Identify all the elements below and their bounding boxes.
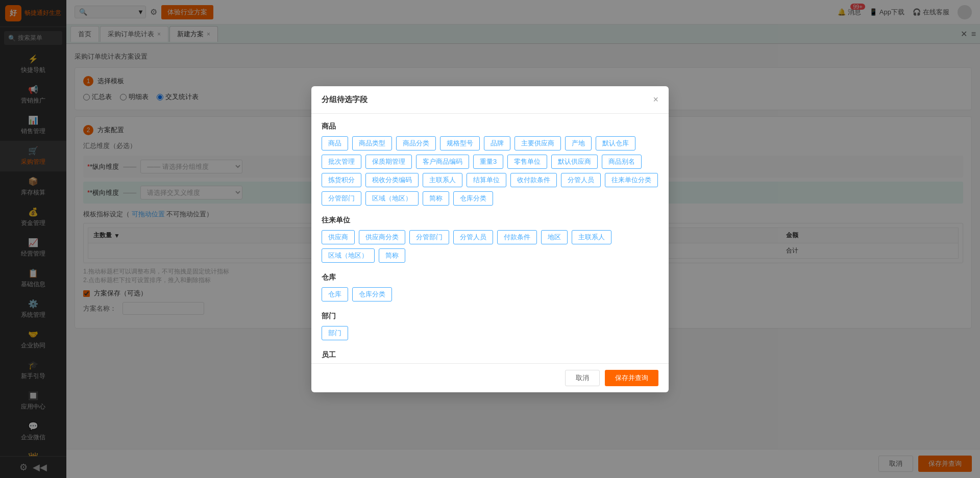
field-tag-partner-4[interactable]: 付款条件 — [497, 230, 537, 244]
field-tag-product-12[interactable]: 零售单位 — [507, 155, 547, 169]
field-tag-product-24[interactable]: 简称 — [423, 191, 449, 206]
field-tags-department: 部门 — [322, 326, 658, 340]
field-tag-product-23[interactable]: 区域（地区） — [365, 191, 419, 206]
dialog-overlay: 分组待选字段 × 商品 商品 商品类型 商品分类 规格型号 品牌 主要供应商 产… — [0, 0, 980, 478]
field-group-employee: 员工 业务员 — [322, 350, 658, 363]
field-tag-partner-7[interactable]: 区域（地区） — [322, 248, 375, 263]
field-tag-product-6[interactable]: 产地 — [565, 136, 592, 150]
field-group-department: 部门 部门 — [322, 312, 658, 340]
field-group-warehouse: 仓库 仓库 仓库分类 — [322, 273, 658, 301]
field-tag-product-22[interactable]: 分管部门 — [322, 191, 361, 206]
field-tag-partner-0[interactable]: 供应商 — [322, 230, 355, 244]
field-tag-product-9[interactable]: 保质期管理 — [365, 155, 412, 169]
field-tag-product-25[interactable]: 仓库分类 — [453, 191, 493, 206]
field-group-partner-title: 往来单位 — [322, 216, 658, 225]
field-select-dialog: 分组待选字段 × 商品 商品 商品类型 商品分类 规格型号 品牌 主要供应商 产… — [311, 86, 669, 392]
field-tag-product-13[interactable]: 默认供应商 — [551, 155, 598, 169]
field-tag-product-15[interactable]: 拣货积分 — [322, 173, 361, 187]
field-tag-warehouse-1[interactable]: 仓库分类 — [352, 287, 392, 301]
dialog-confirm-button[interactable]: 保存并查询 — [605, 370, 658, 386]
field-tags-partner: 供应商 供应商分类 分管部门 分管人员 付款条件 地区 主联系人 区域（地区） … — [322, 230, 658, 263]
dialog-close-button[interactable]: × — [653, 94, 658, 105]
dialog-header: 分组待选字段 × — [311, 86, 669, 114]
field-tag-product-11[interactable]: 重量3 — [473, 155, 503, 169]
field-tag-partner-3[interactable]: 分管人员 — [453, 230, 493, 244]
dialog-footer: 取消 保存并查询 — [311, 363, 669, 392]
field-tag-product-3[interactable]: 规格型号 — [440, 136, 480, 150]
field-tag-product-14[interactable]: 商品别名 — [602, 155, 642, 169]
field-group-warehouse-title: 仓库 — [322, 273, 658, 282]
field-tag-product-10[interactable]: 客户商品编码 — [416, 155, 469, 169]
field-tag-product-2[interactable]: 商品分类 — [396, 136, 436, 150]
field-tag-product-4[interactable]: 品牌 — [484, 136, 510, 150]
field-group-product-title: 商品 — [322, 122, 658, 131]
field-tag-product-7[interactable]: 默认仓库 — [596, 136, 635, 150]
field-tags-product: 商品 商品类型 商品分类 规格型号 品牌 主要供应商 产地 默认仓库 批次管理 … — [322, 136, 658, 206]
field-group-partner: 往来单位 供应商 供应商分类 分管部门 分管人员 付款条件 地区 主联系人 区域… — [322, 216, 658, 263]
field-tag-partner-6[interactable]: 主联系人 — [572, 230, 611, 244]
field-tag-product-20[interactable]: 分管人员 — [561, 173, 601, 187]
field-tag-warehouse-0[interactable]: 仓库 — [322, 287, 348, 301]
field-tag-partner-8[interactable]: 简称 — [379, 248, 405, 263]
field-tag-department-0[interactable]: 部门 — [322, 326, 348, 340]
field-tags-warehouse: 仓库 仓库分类 — [322, 287, 658, 301]
field-tag-product-1[interactable]: 商品类型 — [352, 136, 392, 150]
field-tag-product-21[interactable]: 往来单位分类 — [605, 173, 658, 187]
field-group-product: 商品 商品 商品类型 商品分类 规格型号 品牌 主要供应商 产地 默认仓库 批次… — [322, 122, 658, 206]
field-tag-product-16[interactable]: 税收分类编码 — [365, 173, 419, 187]
field-tag-product-19[interactable]: 收付款条件 — [510, 173, 557, 187]
field-tag-product-0[interactable]: 商品 — [322, 136, 348, 150]
field-tag-partner-5[interactable]: 地区 — [541, 230, 568, 244]
field-tag-product-17[interactable]: 主联系人 — [423, 173, 462, 187]
field-group-department-title: 部门 — [322, 312, 658, 321]
dialog-title: 分组待选字段 — [322, 95, 368, 105]
field-tag-product-8[interactable]: 批次管理 — [322, 155, 361, 169]
field-tag-product-18[interactable]: 结算单位 — [467, 173, 506, 187]
field-tag-product-5[interactable]: 主要供应商 — [514, 136, 561, 150]
field-tag-partner-1[interactable]: 供应商分类 — [359, 230, 405, 244]
field-tag-partner-2[interactable]: 分管部门 — [409, 230, 449, 244]
field-group-employee-title: 员工 — [322, 350, 658, 360]
dialog-body: 商品 商品 商品类型 商品分类 规格型号 品牌 主要供应商 产地 默认仓库 批次… — [311, 114, 669, 363]
dialog-cancel-button[interactable]: 取消 — [565, 370, 600, 386]
